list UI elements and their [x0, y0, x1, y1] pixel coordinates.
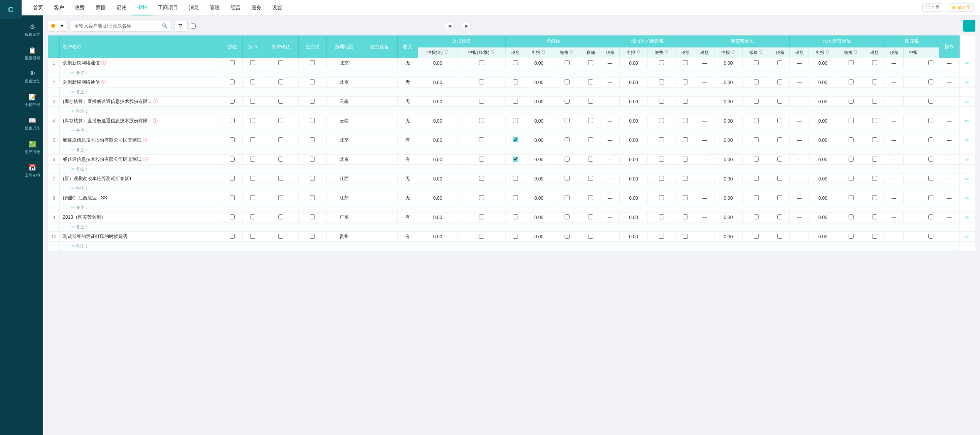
ledu-declare-checkbox[interactable]	[849, 118, 854, 123]
confirm-checkbox[interactable]	[278, 214, 283, 219]
edit-icon[interactable]: ✏	[965, 99, 970, 105]
date-prev-button[interactable]: ◀	[445, 21, 454, 30]
sub-nav-tax-browse[interactable]: 👁 报税浏览	[22, 66, 43, 89]
edit-icon[interactable]: ✏	[965, 79, 970, 86]
warning-icon[interactable]: ⓘ	[101, 79, 106, 85]
ledu-declare-checkbox[interactable]	[849, 176, 854, 181]
edu-declare-checkbox[interactable]	[754, 99, 759, 104]
city-pay-checkbox[interactable]	[683, 157, 688, 162]
fullscreen-btn[interactable]: ⛶ 全屏	[922, 3, 943, 12]
fin-year-checkbox[interactable]	[479, 234, 484, 239]
fin-month-checkbox[interactable]	[513, 118, 518, 123]
fin-month-checkbox[interactable]	[513, 176, 518, 181]
fin-month-checkbox[interactable]	[513, 60, 518, 65]
vat-pay-checkbox[interactable]	[588, 157, 593, 162]
chao-checkbox[interactable]	[230, 214, 235, 219]
vat-pay-checkbox[interactable]	[588, 118, 593, 123]
edu-pay-checkbox[interactable]	[777, 99, 782, 104]
city-declare-checkbox[interactable]	[659, 176, 664, 181]
warning-icon[interactable]: ⓘ	[153, 118, 158, 123]
stamp-declare-checkbox[interactable]	[928, 195, 933, 200]
ledu-pay-checkbox[interactable]	[872, 157, 877, 162]
qingka-checkbox[interactable]	[250, 137, 255, 142]
edit-icon[interactable]: ✏	[965, 60, 970, 66]
ledu-declare-checkbox[interactable]	[849, 234, 854, 239]
fin-year-checkbox[interactable]	[479, 137, 484, 142]
edit-icon[interactable]: ✏	[965, 234, 970, 240]
edu-pay-checkbox[interactable]	[777, 79, 782, 84]
remark-edit-icon[interactable]: ✏	[71, 224, 75, 229]
stamp-declare-checkbox[interactable]	[928, 99, 933, 104]
qingka-checkbox[interactable]	[250, 157, 255, 162]
sub-nav-batch-tax[interactable]: 📋 批量报税	[22, 42, 43, 66]
paid-checkbox[interactable]	[310, 195, 315, 200]
chao-checkbox[interactable]	[230, 60, 235, 65]
city-declare-checkbox[interactable]	[659, 137, 664, 142]
edu-pay-checkbox[interactable]	[777, 137, 782, 142]
ledu-declare-checkbox[interactable]	[849, 157, 854, 162]
remark-edit-icon[interactable]: ✏	[71, 205, 75, 210]
vat-pay-checkbox[interactable]	[588, 137, 593, 142]
paid-checkbox[interactable]	[310, 137, 315, 142]
sub-nav-annual-settle[interactable]: 💹 汇算清缴	[22, 136, 43, 159]
edu-declare-checkbox[interactable]	[754, 214, 759, 219]
search-icon[interactable]: 🔍	[162, 23, 168, 29]
qingka-checkbox[interactable]	[250, 234, 255, 239]
ledu-pay-checkbox[interactable]	[872, 234, 877, 239]
remark-edit-icon[interactable]: ✏	[71, 244, 75, 248]
edu-declare-checkbox[interactable]	[754, 157, 759, 162]
ledu-pay-checkbox[interactable]	[872, 176, 877, 181]
edit-icon[interactable]: ✏	[965, 118, 970, 124]
city-declare-checkbox[interactable]	[659, 214, 664, 219]
ledu-pay-checkbox[interactable]	[872, 195, 877, 200]
remark-edit-icon[interactable]: ✏	[71, 70, 75, 75]
city-pay-checkbox[interactable]	[683, 195, 688, 200]
vat-declare-checkbox[interactable]	[565, 195, 570, 200]
stamp-declare-checkbox[interactable]	[928, 118, 933, 123]
ledu-declare-checkbox[interactable]	[849, 195, 854, 200]
nav-billing[interactable]: 收费	[69, 0, 90, 15]
ledu-pay-checkbox[interactable]	[872, 214, 877, 219]
qingka-checkbox[interactable]	[250, 195, 255, 200]
qingka-checkbox[interactable]	[250, 118, 255, 123]
sub-nav-tax-record[interactable]: 📖 报税记录	[22, 112, 43, 136]
employee-filter[interactable]: ▼	[48, 20, 68, 32]
edu-pay-checkbox[interactable]	[777, 214, 782, 219]
city-pay-checkbox[interactable]	[683, 176, 688, 181]
paid-checkbox[interactable]	[310, 118, 315, 123]
stamp-declare-checkbox[interactable]	[928, 137, 933, 142]
nav-invoice[interactable]: 票据	[90, 0, 111, 15]
ledu-pay-checkbox[interactable]	[872, 99, 877, 104]
sub-nav-annual-report[interactable]: 📅 工商年报	[22, 159, 43, 183]
nav-manage[interactable]: 管理	[204, 0, 225, 15]
sub-nav-tax-settings[interactable]: ⚙ 报税设置	[22, 19, 43, 42]
chao-checkbox[interactable]	[230, 157, 235, 162]
edu-declare-checkbox[interactable]	[754, 79, 759, 84]
fin-year-checkbox[interactable]	[479, 99, 484, 104]
paid-checkbox[interactable]	[310, 79, 315, 84]
edu-declare-checkbox[interactable]	[754, 137, 759, 142]
city-pay-checkbox[interactable]	[683, 79, 688, 84]
fin-month-checkbox[interactable]	[513, 195, 518, 200]
qingka-checkbox[interactable]	[250, 79, 255, 84]
fin-year-checkbox[interactable]	[479, 214, 484, 219]
fin-month-checkbox[interactable]	[513, 137, 518, 142]
city-pay-checkbox[interactable]	[683, 118, 688, 123]
member-btn[interactable]: ⭐ 稿会员	[948, 3, 974, 12]
edu-pay-checkbox[interactable]	[777, 176, 782, 181]
city-declare-checkbox[interactable]	[659, 99, 664, 104]
chao-checkbox[interactable]	[230, 234, 235, 239]
vat-declare-checkbox[interactable]	[565, 214, 570, 219]
vat-declare-checkbox[interactable]	[565, 79, 570, 84]
remark-edit-icon[interactable]: ✏	[71, 167, 75, 171]
paid-checkbox[interactable]	[310, 176, 315, 181]
nav-message[interactable]: 消息	[183, 0, 204, 15]
sub-nav-personal-tax[interactable]: 📝 个税申报	[22, 89, 43, 112]
city-pay-checkbox[interactable]	[683, 214, 688, 219]
chao-checkbox[interactable]	[230, 99, 235, 104]
ledu-declare-checkbox[interactable]	[849, 99, 854, 104]
nav-settings[interactable]: 设置	[267, 0, 287, 15]
confirm-checkbox[interactable]	[278, 195, 283, 200]
stamp-declare-checkbox[interactable]	[928, 214, 933, 219]
nav-bookkeeping[interactable]: 记账	[111, 0, 132, 15]
